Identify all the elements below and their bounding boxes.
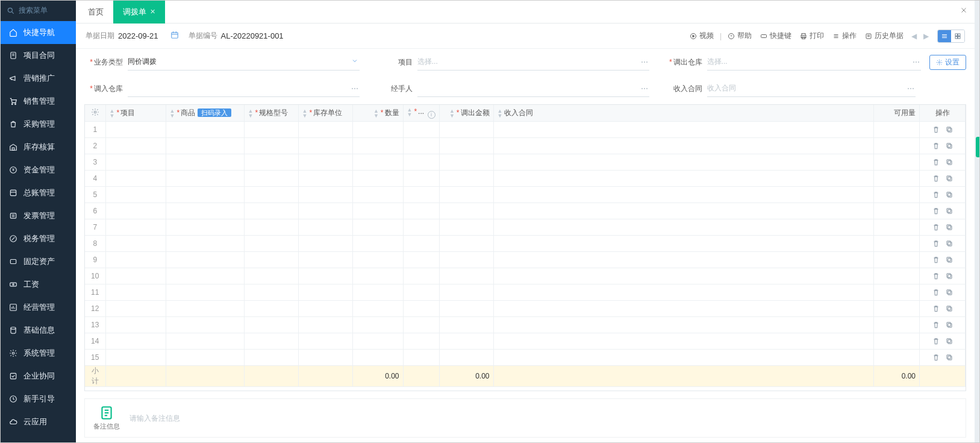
action-help[interactable]: ?帮助 <box>724 28 755 43</box>
col-stock-unit[interactable]: ▲▼*库存单位 <box>298 105 352 121</box>
sidebar-search[interactable]: 搜索菜单 <box>1 1 76 21</box>
copy-icon[interactable] <box>945 158 953 166</box>
delete-icon[interactable] <box>932 190 940 199</box>
more-icon[interactable]: ⋯ <box>641 58 648 66</box>
action-shortcut[interactable]: 快捷键 <box>757 28 795 43</box>
col-product[interactable]: ▲▼*商品扫码录入 <box>166 105 244 121</box>
sidebar-item-guide[interactable]: 新手引导 <box>1 388 76 410</box>
table-row[interactable]: 12 <box>85 301 966 317</box>
more-icon[interactable]: ⋯ <box>641 84 648 93</box>
sidebar-item-marketing[interactable]: 营销推广 <box>1 67 76 90</box>
sidebar-item-purchase[interactable]: 采购管理 <box>1 113 76 136</box>
more-icon[interactable]: ⋯ <box>907 84 914 93</box>
date-value[interactable]: 2022-09-21 <box>118 31 158 40</box>
col-available[interactable]: 可用量 <box>874 105 920 121</box>
action-video[interactable]: 视频 <box>686 28 717 43</box>
sidebar-item-cloud[interactable]: 云应用 <box>1 410 76 433</box>
delete-icon[interactable] <box>932 304 940 313</box>
delete-icon[interactable] <box>932 239 940 248</box>
table-row[interactable]: 13 <box>85 317 966 333</box>
project-input[interactable]: 选择... ⋯ <box>417 54 649 71</box>
scan-badge[interactable]: 扫码录入 <box>198 108 231 117</box>
table-row[interactable]: 5 <box>85 187 966 203</box>
sidebar-item-basic[interactable]: 基础信息 <box>1 319 76 342</box>
col-project[interactable]: ▲▼*项目 <box>105 105 166 121</box>
copy-icon[interactable] <box>945 142 953 150</box>
col-quantity[interactable]: ▲▼*数量 <box>352 105 403 121</box>
table-row[interactable]: 8 <box>85 236 966 252</box>
delete-icon[interactable] <box>932 288 940 297</box>
sidebar-item-sales[interactable]: 销售管理 <box>1 90 76 113</box>
config-button[interactable]: 设置 <box>929 55 966 70</box>
delete-icon[interactable] <box>932 174 940 183</box>
copy-icon[interactable] <box>945 353 953 362</box>
history-next[interactable]: ▶ <box>920 31 931 42</box>
copy-icon[interactable] <box>945 190 953 199</box>
table-row[interactable]: 9 <box>85 252 966 268</box>
more-icon[interactable]: ⋯ <box>351 84 358 93</box>
view-toggle-list[interactable] <box>938 30 951 42</box>
delete-icon[interactable] <box>932 207 940 215</box>
sidebar-item-salary[interactable]: 工资 <box>1 273 76 296</box>
table-row[interactable]: 2 <box>85 138 966 154</box>
col-short[interactable]: ▲▼*...i <box>403 105 439 121</box>
col-spec[interactable]: ▲▼*规格型号 <box>244 105 298 121</box>
copy-icon[interactable] <box>945 337 953 345</box>
action-operate[interactable]: 操作 <box>829 28 860 43</box>
delete-icon[interactable] <box>932 337 940 345</box>
copy-icon[interactable] <box>945 304 953 313</box>
copy-icon[interactable] <box>945 239 953 248</box>
tab-close-icon[interactable]: ✕ <box>150 8 155 16</box>
delete-icon[interactable] <box>932 256 940 264</box>
tab-home[interactable]: 首页 <box>78 1 113 24</box>
table-row[interactable]: 14 <box>85 333 966 350</box>
copy-icon[interactable] <box>945 207 953 215</box>
table-row[interactable]: 11 <box>85 284 966 301</box>
table-row[interactable]: 4 <box>85 171 966 187</box>
close-all-tabs[interactable] <box>957 3 971 17</box>
action-print[interactable]: 打印 <box>796 28 828 43</box>
copy-icon[interactable] <box>945 321 953 329</box>
calendar-icon[interactable] <box>170 31 179 41</box>
table-row[interactable]: 1 <box>85 122 966 138</box>
in-warehouse-input[interactable]: ⋯ <box>128 80 360 97</box>
delete-icon[interactable] <box>932 125 940 134</box>
copy-icon[interactable] <box>945 125 953 134</box>
sidebar-item-system[interactable]: 系统管理 <box>1 342 76 365</box>
action-history[interactable]: 历史单据 <box>861 28 907 43</box>
copy-icon[interactable] <box>945 288 953 297</box>
table-row[interactable]: 7 <box>85 219 966 236</box>
delete-icon[interactable] <box>932 353 940 362</box>
table-row[interactable]: 10 <box>85 268 966 284</box>
more-icon[interactable]: ⋯ <box>913 58 920 66</box>
col-out-amount[interactable]: ▲▼*调出金额 <box>439 105 493 121</box>
handler-input[interactable]: ⋯ <box>417 80 649 97</box>
delete-icon[interactable] <box>932 142 940 150</box>
info-icon[interactable]: i <box>428 111 435 119</box>
grid-gear-header[interactable] <box>85 105 105 121</box>
sidebar-item-collab[interactable]: 企业协同 <box>1 365 76 388</box>
table-row[interactable]: 6 <box>85 203 966 219</box>
copy-icon[interactable] <box>945 272 953 280</box>
delete-icon[interactable] <box>932 321 940 329</box>
delete-icon[interactable] <box>932 272 940 280</box>
sidebar-item-inventory[interactable]: 库存核算 <box>1 136 76 159</box>
delete-icon[interactable] <box>932 223 940 231</box>
sidebar-item-funds[interactable]: ¥资金管理 <box>1 159 76 181</box>
sidebar-item-assets[interactable]: 固定资产 <box>1 250 76 273</box>
sidebar-item-tax[interactable]: 税务管理 <box>1 227 76 250</box>
out-warehouse-input[interactable]: 选择... ⋯ <box>707 54 921 71</box>
table-row[interactable]: 15 <box>85 350 966 366</box>
business-type-input[interactable]: 同价调拨 <box>128 54 360 71</box>
delete-icon[interactable] <box>932 158 940 166</box>
col-income-contract[interactable]: ▲▼收入合同 <box>493 105 874 121</box>
table-row[interactable]: 3 <box>85 154 966 171</box>
remarks-input[interactable] <box>130 414 957 423</box>
history-prev[interactable]: ◀ <box>908 31 919 42</box>
copy-icon[interactable] <box>945 223 953 231</box>
view-toggle-card[interactable] <box>951 30 964 42</box>
sidebar-item-invoice[interactable]: 发票管理 <box>1 204 76 227</box>
copy-icon[interactable] <box>945 256 953 264</box>
sidebar-item-quick-nav[interactable]: 快捷导航 <box>1 21 76 44</box>
sidebar-item-operation[interactable]: 经营管理 <box>1 296 76 319</box>
